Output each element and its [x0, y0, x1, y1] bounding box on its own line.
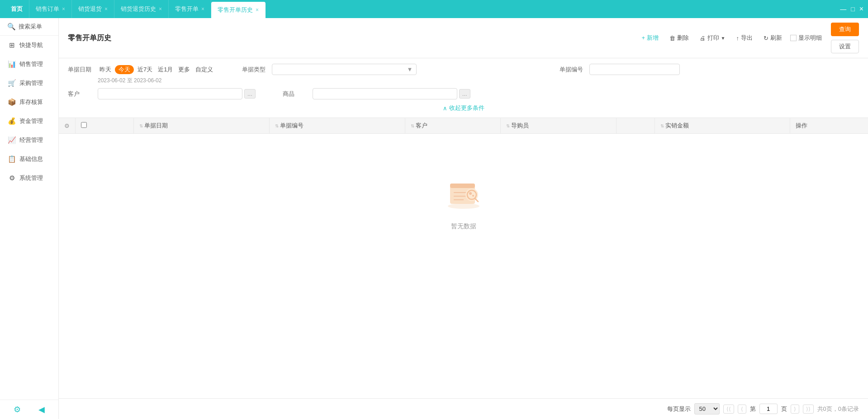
svg-point-9 [469, 192, 472, 195]
show-detail-checkbox[interactable] [790, 35, 797, 41]
tab-retail-open-history-close[interactable]: × [256, 7, 259, 13]
svg-rect-2 [450, 184, 475, 188]
date-shortcuts: 昨天 今天 近7天 近1月 更多 自定义 [98, 65, 215, 74]
doc-no-input[interactable] [589, 64, 680, 75]
gear-icon[interactable]: ⚙ [64, 122, 70, 129]
empty-illustration [441, 170, 486, 215]
date-yesterday[interactable]: 昨天 [98, 65, 113, 74]
sidebar-item-operations-label: 经营管理 [19, 136, 43, 144]
page-first-button[interactable]: ⟨⟨ [723, 405, 734, 414]
sidebar-item-finance[interactable]: 💰 资金管理 [0, 112, 58, 131]
top-bar: 首页 销售订单 × 销货退货 × 销货退货历史 × 零售开单 × 零售开单历史 … [0, 0, 868, 18]
export-icon: ↑ [736, 35, 740, 42]
sidebar-item-sys-mgmt[interactable]: ⚙ 系统管理 [0, 169, 58, 188]
sort-amount-icon[interactable]: ⇅ [660, 123, 664, 128]
goods-label: 商品 [283, 90, 310, 98]
customer-input[interactable] [98, 88, 242, 99]
print-button[interactable]: 🖨 打印 ▼ [697, 32, 728, 44]
per-page-select[interactable]: 50 10 20 100 [694, 403, 720, 414]
date-1month[interactable]: 近1月 [156, 65, 175, 74]
sort-customer-icon[interactable]: ⇅ [411, 123, 414, 128]
date-7days[interactable]: 近7天 [136, 65, 154, 74]
collapse-more-label: 收起更多条件 [449, 104, 484, 112]
sys-mgmt-icon: ⚙ [8, 174, 16, 182]
tab-sales-order[interactable]: 销售订单 × [29, 0, 72, 18]
th-gear[interactable]: ⚙ [59, 118, 76, 134]
tab-retail-open-label: 零售开单 [175, 5, 199, 13]
show-detail-toggle[interactable]: 显示明细 [790, 34, 822, 42]
tab-retail-open-history-label: 零售开单历史 [218, 6, 253, 14]
date-today[interactable]: 今天 [115, 65, 134, 74]
collapse-more-button[interactable]: ∧ 收起更多条件 [68, 104, 859, 112]
tab-sales-order-label: 销售订单 [36, 5, 59, 13]
tab-sales-return[interactable]: 销货退货 × [72, 0, 114, 18]
purchase-mgmt-icon: 🛒 [8, 79, 16, 87]
window-maximize-icon[interactable]: □ [851, 5, 854, 13]
sort-guide-icon[interactable]: ⇅ [506, 123, 510, 128]
th-customer-label: 客户 [416, 122, 427, 130]
collapse-up-icon: ∧ [443, 105, 447, 112]
th-action: 操作 [790, 118, 868, 134]
window-minimize-icon[interactable]: — [840, 5, 846, 13]
tab-sales-order-close[interactable]: × [62, 6, 65, 12]
new-button-label: + 新增 [641, 34, 658, 42]
sidebar-item-finance-label: 资金管理 [19, 117, 43, 125]
main-layout: 🔍 搜索采单 ⊞ 快捷导航 📊 销售管理 🛒 采购管理 📦 库存核算 💰 资金管… [0, 18, 868, 419]
page-next-button[interactable]: ⟩ [791, 405, 799, 414]
date-custom[interactable]: 自定义 [194, 65, 215, 74]
doc-type-label: 单据类型 [242, 66, 269, 74]
top-bar-right: — □ × [840, 5, 863, 13]
tab-sales-return-close[interactable]: × [104, 6, 108, 12]
sidebar: 🔍 搜索采单 ⊞ 快捷导航 📊 销售管理 🛒 采购管理 📦 库存核算 💰 资金管… [0, 18, 59, 419]
sidebar-item-sys-mgmt-label: 系统管理 [19, 174, 43, 182]
sidebar-item-inventory[interactable]: 📦 库存核算 [0, 93, 58, 112]
date-range-value: 2023-06-02 至 2023-06-02 [98, 77, 161, 84]
delete-button[interactable]: 🗑 删除 [667, 32, 692, 44]
sidebar-item-operations[interactable]: 📈 经营管理 [0, 131, 58, 150]
sidebar-collapse-icon[interactable]: ◀ [38, 405, 45, 414]
settings-button[interactable]: 设置 [831, 40, 859, 53]
window-close-icon[interactable]: × [859, 5, 863, 13]
date-more[interactable]: 更多 [176, 65, 192, 74]
page-prev-button[interactable]: ⟨ [738, 405, 746, 414]
filter-row-1: 单据日期 昨天 今天 近7天 近1月 更多 自定义 单据类型 ▼ [68, 64, 859, 75]
new-button[interactable]: + 新增 [639, 32, 661, 44]
tab-retail-open[interactable]: 零售开单 × [169, 0, 211, 18]
sort-date-icon[interactable]: ⇅ [139, 123, 143, 128]
date-filter: 单据日期 昨天 今天 近7天 近1月 更多 自定义 [68, 65, 215, 74]
th-customer: ⇅ 客户 [405, 118, 500, 134]
content-area: 零售开单历史 + 新增 🗑 删除 🖨 打印 ▼ ↑ 导出 [59, 18, 868, 419]
sidebar-settings-icon[interactable]: ⚙ [14, 405, 21, 414]
sidebar-item-basic-info[interactable]: 📋 基础信息 [0, 150, 58, 169]
tab-bar: 首页 销售订单 × 销货退货 × 销货退货历史 × 零售开单 × 零售开单历史 … [5, 0, 840, 18]
svg-point-10 [472, 195, 474, 197]
per-page-label: 每页显示 [667, 405, 691, 413]
page-last-button[interactable]: ⟩⟩ [803, 405, 814, 414]
tab-sales-return-history[interactable]: 销货退货历史 × [114, 0, 169, 18]
select-all-checkbox[interactable] [81, 122, 87, 128]
th-guide-label: 导购员 [511, 122, 529, 130]
sidebar-item-inventory-label: 库存核算 [19, 98, 43, 106]
customer-ellipsis-button[interactable]: ... [244, 89, 256, 99]
customer-filter: 客户 ... [68, 88, 256, 99]
export-button[interactable]: ↑ 导出 [734, 32, 756, 44]
page-suffix: 页 [781, 405, 787, 413]
doc-type-select[interactable]: ▼ [272, 64, 417, 75]
tab-retail-open-history[interactable]: 零售开单历史 × [211, 2, 266, 18]
goods-ellipsis-button[interactable]: ... [459, 89, 470, 99]
sidebar-item-sales-mgmt[interactable]: 📊 销售管理 [0, 55, 58, 74]
goods-input[interactable] [313, 88, 457, 99]
page-title: 零售开单历史 [68, 33, 111, 43]
tab-sales-return-history-close[interactable]: × [159, 6, 162, 12]
refresh-button[interactable]: ↻ 刷新 [761, 32, 785, 44]
page-number-input[interactable] [759, 404, 778, 414]
search-icon: 🔍 [7, 23, 16, 31]
page-label: 第 [750, 405, 756, 413]
sidebar-search[interactable]: 🔍 搜索采单 [0, 18, 58, 36]
tab-retail-open-close[interactable]: × [201, 6, 204, 12]
sort-no-icon[interactable]: ⇅ [275, 123, 279, 128]
sidebar-item-purchase-mgmt[interactable]: 🛒 采购管理 [0, 74, 58, 93]
tab-home[interactable]: 首页 [5, 0, 29, 18]
sidebar-item-quick-nav[interactable]: ⊞ 快捷导航 [0, 36, 58, 55]
query-button[interactable]: 查询 [831, 23, 859, 36]
